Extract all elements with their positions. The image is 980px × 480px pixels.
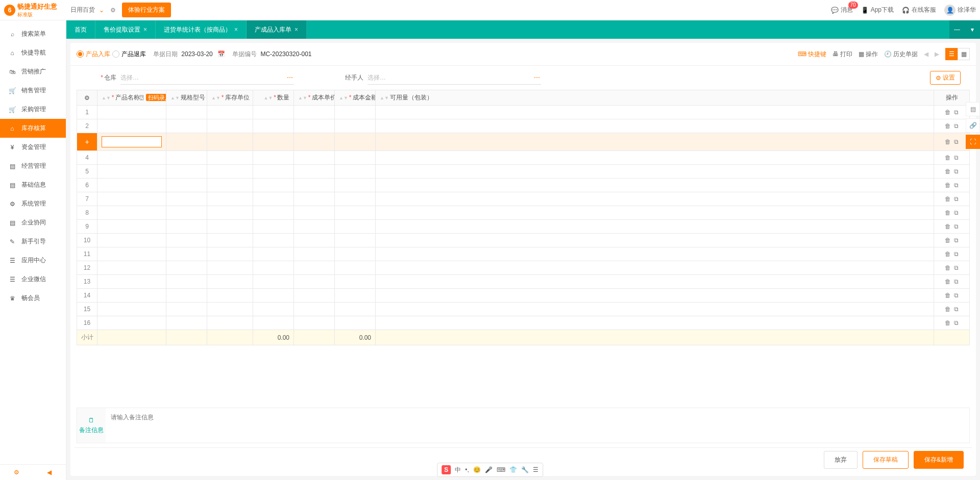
delete-icon[interactable]: 🗑 bbox=[945, 109, 951, 116]
messages-link[interactable]: 💬 消息 70 bbox=[831, 6, 853, 14]
ime-menu-icon[interactable]: ☰ bbox=[533, 466, 538, 473]
sidebar-item-10[interactable]: ▤企业协同 bbox=[0, 213, 66, 232]
col-avail[interactable]: ▲▼可用量（包装） bbox=[376, 90, 934, 106]
delete-icon[interactable]: 🗑 bbox=[945, 122, 951, 130]
copy-icon[interactable]: ⧉ bbox=[954, 319, 959, 326]
delete-icon[interactable]: 🗑 bbox=[945, 168, 951, 175]
table-row[interactable]: 16🗑⧉ bbox=[77, 316, 970, 330]
delete-icon[interactable]: 🗑 bbox=[945, 250, 951, 258]
copy-icon[interactable]: ⧉ bbox=[954, 264, 959, 271]
tab-menu-button[interactable]: ▾ bbox=[965, 20, 980, 39]
copy-icon[interactable]: ⧉ bbox=[954, 250, 959, 258]
experience-button[interactable]: 体验行业方案 bbox=[122, 3, 171, 17]
remark-input[interactable] bbox=[106, 408, 969, 443]
col-unit[interactable]: ▲▼*库存单位 bbox=[207, 90, 253, 106]
delete-icon[interactable]: 🗑 bbox=[945, 182, 951, 189]
col-price[interactable]: ▲▼*成本单价 bbox=[294, 90, 335, 106]
sidebar-item-9[interactable]: ⚙系统管理 bbox=[0, 194, 66, 213]
table-row[interactable]: 12🗑⧉ bbox=[77, 261, 970, 275]
copy-icon[interactable]: ⧉ bbox=[954, 278, 959, 285]
warehouse-select[interactable]: 选择…⋯ bbox=[120, 71, 294, 85]
ime-emoji-icon[interactable]: 😊 bbox=[473, 466, 481, 473]
delete-icon[interactable]: 🗑 bbox=[945, 237, 951, 244]
tab-3[interactable]: 产成品入库单× bbox=[247, 20, 307, 39]
copy-icon[interactable]: ⧉ bbox=[954, 182, 959, 189]
table-row[interactable]: 15🗑⧉ bbox=[77, 302, 970, 316]
sidebar-item-12[interactable]: ☰应用中心 bbox=[0, 251, 66, 270]
table-row[interactable]: 6🗑⧉ bbox=[77, 179, 970, 192]
view-card-button[interactable]: ▦ bbox=[958, 48, 970, 60]
product-name-input[interactable] bbox=[102, 136, 162, 147]
shortcut-link[interactable]: ⌨快捷键 bbox=[798, 50, 826, 59]
sidebar-item-5[interactable]: ⌂库存核算 bbox=[0, 119, 66, 138]
copy-icon[interactable]: ⧉ bbox=[954, 109, 959, 116]
discard-button[interactable]: 放弃 bbox=[824, 451, 857, 469]
sidebar-item-14[interactable]: ♛畅会员 bbox=[0, 289, 66, 308]
view-list-button[interactable]: ☰ bbox=[945, 48, 958, 60]
sidebar-item-11[interactable]: ✎新手引导 bbox=[0, 232, 66, 251]
online-service-link[interactable]: 🎧 在线客服 bbox=[902, 6, 936, 14]
delete-icon[interactable]: 🗑 bbox=[945, 209, 951, 216]
save-new-button[interactable]: 保存&新增 bbox=[914, 451, 964, 469]
delete-icon[interactable]: 🗑 bbox=[945, 264, 951, 271]
delete-icon[interactable]: 🗑 bbox=[945, 154, 951, 161]
save-draft-button[interactable]: 保存草稿 bbox=[863, 451, 909, 469]
add-row-icon[interactable]: + bbox=[83, 137, 92, 146]
radio-product-out[interactable]: 产品退库 bbox=[112, 50, 146, 59]
table-row[interactable]: 1🗑⧉ bbox=[77, 106, 970, 119]
sidebar-collapse-icon[interactable]: ◀ bbox=[33, 465, 66, 480]
delete-icon[interactable]: 🗑 bbox=[945, 292, 951, 299]
tab-1[interactable]: 售价提取设置× bbox=[95, 20, 156, 39]
table-row[interactable]: +🗑⧉ bbox=[77, 133, 970, 151]
calendar-icon[interactable]: 📅 bbox=[217, 50, 225, 58]
settings-button[interactable]: ⚙设置 bbox=[930, 71, 961, 85]
scan-entry-button[interactable]: 扫码录入 bbox=[146, 94, 166, 101]
col-spec[interactable]: ▲▼规格型号 bbox=[166, 90, 207, 106]
delete-icon[interactable]: 🗑 bbox=[945, 306, 951, 313]
table-row[interactable]: 9🗑⧉ bbox=[77, 220, 970, 234]
copy-icon[interactable]: ⧉ bbox=[954, 122, 959, 130]
table-row[interactable]: 8🗑⧉ bbox=[77, 206, 970, 220]
radio-product-in[interactable]: 产品入库 bbox=[77, 50, 110, 59]
sidebar-item-6[interactable]: ¥资金管理 bbox=[0, 138, 66, 157]
sidebar-item-0[interactable]: ⌕搜索菜单 bbox=[0, 24, 66, 43]
table-row[interactable]: 7🗑⧉ bbox=[77, 192, 970, 206]
close-icon[interactable]: × bbox=[143, 26, 147, 33]
delete-icon[interactable]: 🗑 bbox=[945, 223, 951, 230]
tab-minimize-button[interactable]: — bbox=[949, 20, 965, 39]
table-row[interactable]: 2🗑⧉ bbox=[77, 119, 970, 133]
ime-mic-icon[interactable]: 🎤 bbox=[485, 466, 493, 473]
sidebar-item-8[interactable]: ▤基础信息 bbox=[0, 175, 66, 194]
ime-lang[interactable]: 中 bbox=[455, 466, 461, 474]
sidebar-item-4[interactable]: 🛒采购管理 bbox=[0, 100, 66, 119]
close-icon[interactable]: × bbox=[234, 26, 238, 33]
copy-icon[interactable]: ⧉ bbox=[954, 292, 959, 299]
copy-icon[interactable]: ⧉ bbox=[954, 237, 959, 244]
copy-icon[interactable]: ⧉ bbox=[954, 168, 959, 175]
close-icon[interactable]: × bbox=[295, 26, 298, 33]
col-amount[interactable]: ▲▼*成本金额 bbox=[335, 90, 376, 106]
table-row[interactable]: 5🗑⧉ bbox=[77, 165, 970, 179]
print-link[interactable]: 🖶打印 bbox=[832, 50, 852, 59]
sidebar-settings-icon[interactable]: ⚙ bbox=[0, 465, 33, 480]
delete-icon[interactable]: 🗑 bbox=[945, 278, 951, 285]
copy-icon[interactable]: ⧉ bbox=[954, 209, 959, 216]
handler-select[interactable]: 选择…⋯ bbox=[368, 71, 541, 85]
table-row[interactable]: 4🗑⧉ bbox=[77, 151, 970, 165]
ime-keyboard-icon[interactable]: ⌨ bbox=[497, 466, 505, 473]
sidebar-item-1[interactable]: ⌂快捷导航 bbox=[0, 43, 66, 62]
sidebar-item-3[interactable]: 🛒销售管理 bbox=[0, 81, 66, 100]
side-tool-expand-icon[interactable]: ⛶ bbox=[966, 135, 980, 149]
category-selector[interactable]: 日用百货 ⌄ bbox=[70, 6, 104, 14]
copy-icon[interactable]: ⧉ bbox=[954, 223, 959, 230]
delete-icon[interactable]: 🗑 bbox=[945, 319, 951, 326]
table-row[interactable]: 14🗑⧉ bbox=[77, 289, 970, 302]
table-row[interactable]: 10🗑⧉ bbox=[77, 234, 970, 247]
col-product[interactable]: ▲▼*产品名称⍰ 扫码录入 bbox=[97, 90, 166, 106]
app-download-link[interactable]: 📱 App下载 bbox=[861, 6, 894, 14]
side-tool-link-icon[interactable]: 🔗 bbox=[966, 118, 980, 133]
ime-toolbar[interactable]: S 中 •, 😊 🎤 ⌨ 👕 🔧 ☰ bbox=[437, 463, 543, 477]
copy-icon[interactable]: ⧉ bbox=[954, 138, 959, 145]
next-icon[interactable]: ▶ bbox=[935, 50, 939, 58]
ime-tool-icon[interactable]: 🔧 bbox=[521, 466, 529, 473]
